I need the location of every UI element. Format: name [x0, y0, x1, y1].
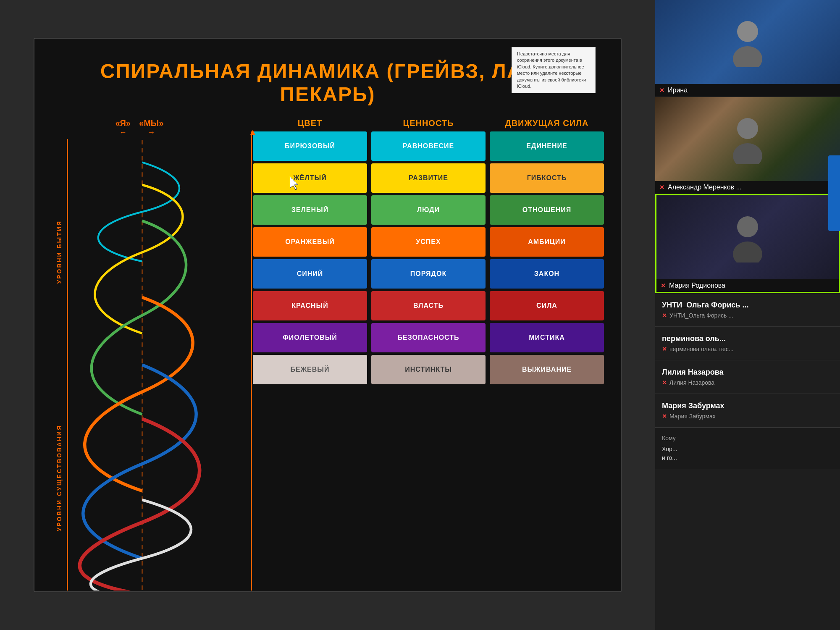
svg-point-5	[733, 143, 762, 164]
my-label: «МЫ» →	[139, 118, 164, 137]
ya-my-arrows: «Я» ← «МЫ» →	[51, 118, 228, 137]
list-item-name-liliya: Лилия Назарова	[662, 368, 833, 377]
list-item-perminova[interactable]: перминова оль... ✕ перминова ольга. пес.…	[655, 327, 840, 360]
ya-label: «Я» ←	[115, 118, 131, 137]
svg-point-7	[733, 242, 762, 262]
participant-name-bar-1: ✕ Ирина	[655, 84, 840, 97]
svg-point-6	[737, 216, 758, 237]
table-row: СИНИЙ ПОРЯДОК ЗАКОН	[228, 259, 604, 289]
main-presentation-area: Недостаточно места для сохранения этого …	[0, 0, 655, 630]
x-icon-3: ✕	[661, 282, 666, 289]
cell-force-green: ОТНОШЕНИЯ	[490, 195, 604, 225]
participant-video-3	[656, 195, 839, 279]
icloud-notice: Недостаточно места для сохранения этого …	[512, 47, 596, 93]
table-rows-container: ▲ БИРЮЗОВЫЙ РАВНОВЕСИЕ ЕДИНЕНИЕ	[228, 131, 604, 591]
cell-color-teal: БИРЮЗОВЫЙ	[253, 131, 367, 161]
sidebar: ✕ Ирина ✕ Александр Меренков ... ✕ Мария…	[655, 0, 840, 630]
table-headers: ЦВЕТ ЦЕННОСТЬ ДВИЖУЩАЯ СИЛА	[228, 118, 604, 128]
svg-point-2	[737, 21, 758, 42]
participant-name-bar-2: ✕ Александр Меренков ...	[655, 181, 840, 194]
participant-video-1	[655, 0, 840, 84]
table-row: БИРЮЗОВЫЙ РАВНОВЕСИЕ ЕДИНЕНИЕ	[228, 131, 604, 161]
cell-color-blue: СИНИЙ	[253, 259, 367, 289]
table-row: БЕЖЕВЫЙ ИНСТИНКТЫ ВЫЖИВАНИЕ	[228, 355, 604, 384]
list-item-unti[interactable]: УНТИ_Ольга Форись ... ✕ УНТИ_Ольга Форис…	[655, 293, 840, 327]
table-row: ФИОЛЕТОВЫЙ БЕЗОПАСНОСТЬ МИСТИКА	[228, 323, 604, 352]
svg-point-3	[733, 46, 762, 67]
list-item-name-maria: Мария Забурмах	[662, 402, 833, 410]
cell-color-yellow: ЖЁЛТЫЙ	[253, 163, 367, 193]
slide-container: Недостаточно места для сохранения этого …	[34, 38, 622, 592]
table-row: ЖЁЛТЫЙ РАЗВИТИЕ ГИБКОСТЬ	[228, 163, 604, 193]
cell-force-beige: ВЫЖИВАНИЕ	[490, 355, 604, 384]
list-item-subname-unti: УНТИ_Ольга Форись ...	[669, 312, 733, 319]
table-row: КРАСНЫЙ ВЛАСТЬ СИЛА	[228, 291, 604, 320]
x-icon-list-2: ✕	[662, 346, 667, 352]
cell-force-orange: АМБИЦИИ	[490, 227, 604, 257]
participant-card-3[interactable]: ✕ Мария Родионова	[655, 194, 840, 293]
col-header-color: ЦВЕТ	[253, 118, 367, 128]
participant-name-1: Ирина	[668, 87, 688, 94]
cell-value-yellow: РАЗВИТИЕ	[371, 163, 486, 193]
person-avatar-3	[731, 212, 764, 262]
cell-value-green: ЛЮДИ	[371, 195, 486, 225]
x-icon-1: ✕	[659, 87, 664, 94]
cell-value-beige: ИНСТИНКТЫ	[371, 355, 486, 384]
cell-color-red: КРАСНЫЙ	[253, 291, 367, 320]
participant-card-2[interactable]: ✕ Александр Меренков ...	[655, 97, 840, 194]
person-avatar-1	[731, 17, 764, 67]
participants-list: УНТИ_Ольга Форись ... ✕ УНТИ_Ольга Форис…	[655, 293, 840, 630]
level-bytiya-bracket: УРОВНИ БЫТИЯ	[51, 139, 68, 365]
chat-label: Кому	[662, 435, 833, 441]
x-icon-list-1: ✕	[662, 312, 667, 319]
x-icon-2: ✕	[659, 184, 664, 191]
cell-value-orange: УСПЕХ	[371, 227, 486, 257]
cell-color-beige: БЕЖЕВЫЙ	[253, 355, 367, 384]
cell-force-teal: ЕДИНЕНИЕ	[490, 131, 604, 161]
col-header-value: ЦЕННОСТЬ	[371, 118, 486, 128]
participant-name-bar-3: ✕ Мария Родионова	[656, 279, 839, 292]
spiral-section: «Я» ← «МЫ» → УРОВНИ БЫТИЯ	[51, 118, 228, 591]
spiral-svg-wrapper	[70, 139, 228, 591]
chat-message: Хор...и го...	[662, 445, 833, 462]
participant-name-3: Мария Родионова	[669, 282, 725, 289]
table-row: ЗЕЛЕНЫЙ ЛЮДИ ОТНОШЕНИЯ	[228, 195, 604, 225]
x-icon-list-3: ✕	[662, 379, 667, 386]
cell-color-green: ЗЕЛЕНЫЙ	[253, 195, 367, 225]
cell-force-red: СИЛА	[490, 291, 604, 320]
list-item-name-unti: УНТИ_Ольга Форись ...	[662, 301, 833, 310]
participant-video-2	[655, 97, 840, 181]
blue-indicator-bar	[828, 155, 840, 231]
list-item-subname-perminova: перминова ольга. пес...	[669, 346, 733, 352]
level-suschestvovaniya-bracket: УРОВНИ СУЩЕСТВОВАНИЯ	[51, 365, 68, 591]
cell-value-red: ВЛАСТЬ	[371, 291, 486, 320]
table-row: ОРАНЖЕВЫЙ УСПЕХ АМБИЦИИ	[228, 227, 604, 257]
spiral-svg	[70, 139, 228, 591]
table-section: ЦВЕТ ЦЕННОСТЬ ДВИЖУЩАЯ СИЛА ▲	[228, 118, 604, 591]
cursor	[290, 176, 300, 192]
col-header-force: ДВИЖУЩАЯ СИЛА	[490, 118, 604, 128]
svg-marker-1	[290, 176, 298, 190]
person-avatar-2	[731, 114, 764, 164]
x-icon-list-4: ✕	[662, 413, 667, 420]
list-item-maria[interactable]: Мария Забурмах ✕ Мария Забурмах	[655, 394, 840, 428]
list-item-name-perminova: перминова оль...	[662, 334, 833, 343]
participant-name-2: Александр Меренков ...	[668, 184, 742, 191]
cell-force-yellow: ГИБКОСТЬ	[490, 163, 604, 193]
cell-force-purple: МИСТИКА	[490, 323, 604, 352]
cell-force-blue: ЗАКОН	[490, 259, 604, 289]
cell-color-orange: ОРАНЖЕВЫЙ	[253, 227, 367, 257]
participant-card-1[interactable]: ✕ Ирина	[655, 0, 840, 97]
level-labels: УРОВНИ БЫТИЯ УРОВНИ СУЩЕСТВОВАНИЯ	[51, 139, 68, 591]
spiral-area: УРОВНИ БЫТИЯ УРОВНИ СУЩЕСТВОВАНИЯ	[51, 139, 228, 591]
chat-area: Кому Хор...и го...	[655, 428, 840, 469]
cell-value-purple: БЕЗОПАСНОСТЬ	[371, 323, 486, 352]
cell-value-teal: РАВНОВЕСИЕ	[371, 131, 486, 161]
slide-content: «Я» ← «МЫ» → УРОВНИ БЫТИЯ	[51, 118, 604, 591]
list-item-subname-maria: Мария Забурмах	[669, 413, 716, 420]
svg-point-4	[737, 118, 758, 139]
list-item-subname-liliya: Лилия Назарова	[669, 379, 714, 386]
cell-color-purple: ФИОЛЕТОВЫЙ	[253, 323, 367, 352]
list-item-liliya[interactable]: Лилия Назарова ✕ Лилия Назарова	[655, 360, 840, 394]
cell-value-blue: ПОРЯДОК	[371, 259, 486, 289]
